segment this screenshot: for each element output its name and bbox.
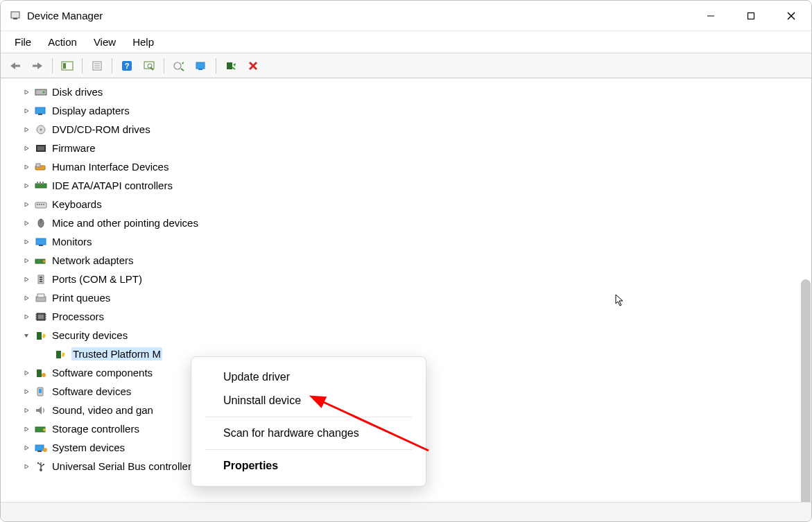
toolbar-separator bbox=[164, 58, 164, 73]
svg-rect-33 bbox=[36, 164, 40, 167]
tree-category-printer[interactable]: Print queues bbox=[21, 288, 811, 307]
svg-rect-71 bbox=[35, 445, 44, 451]
chevron-right-icon[interactable] bbox=[21, 443, 31, 453]
tree-category-keyboard[interactable]: Keyboards bbox=[21, 195, 811, 214]
system-icon bbox=[34, 442, 48, 454]
tree-category-mouse[interactable]: Mice and other pointing devices bbox=[21, 214, 811, 232]
tree-category-dvd[interactable]: DVD/CD-ROM drives bbox=[21, 120, 811, 139]
minimize-button[interactable] bbox=[691, 1, 731, 31]
tree-category-disk[interactable]: Disk drives bbox=[21, 82, 811, 101]
menu-file[interactable]: File bbox=[8, 33, 38, 51]
tree-label: Universal Serial Bus controllers bbox=[52, 460, 196, 472]
tree-category-display[interactable]: Display adapters bbox=[21, 101, 811, 120]
svg-point-18 bbox=[174, 62, 181, 69]
tree-label: DVD/CD-ROM drives bbox=[52, 123, 150, 135]
chevron-right-icon[interactable] bbox=[21, 312, 31, 322]
chevron-right-icon[interactable] bbox=[21, 293, 31, 303]
svg-text:?: ? bbox=[125, 62, 130, 70]
properties-button[interactable] bbox=[87, 56, 107, 76]
menubar: File Action View Help bbox=[1, 31, 811, 53]
disable-device-button[interactable] bbox=[221, 56, 241, 76]
show-hide-console-button[interactable] bbox=[57, 56, 78, 76]
context-menu-item-update-driver[interactable]: Update driver bbox=[191, 365, 426, 389]
context-menu-item-uninstall-device[interactable]: Uninstall device bbox=[191, 389, 426, 412]
chevron-right-icon[interactable] bbox=[21, 406, 31, 415]
printer-icon bbox=[34, 292, 48, 304]
svg-rect-39 bbox=[37, 204, 38, 205]
tree-label: Network adapters bbox=[52, 254, 134, 266]
chevron-right-icon[interactable] bbox=[21, 162, 31, 172]
maximize-button[interactable] bbox=[731, 1, 771, 31]
chevron-right-icon[interactable] bbox=[21, 181, 31, 191]
svg-rect-35 bbox=[37, 182, 38, 184]
svg-rect-1 bbox=[13, 18, 17, 19]
chevron-right-icon[interactable] bbox=[21, 87, 31, 97]
tree-label: Trusted Platform M bbox=[71, 347, 162, 360]
tree-category-port[interactable]: Ports (COM & LPT) bbox=[21, 270, 811, 288]
chevron-right-icon[interactable] bbox=[21, 462, 31, 471]
scrollbar-vertical[interactable] bbox=[801, 279, 811, 502]
tree-category-network[interactable]: Network adapters bbox=[21, 251, 811, 270]
svg-point-29 bbox=[40, 128, 42, 130]
svg-rect-63 bbox=[37, 332, 42, 340]
menu-help[interactable]: Help bbox=[126, 33, 161, 51]
tree-category-hid[interactable]: Human Interface Devices bbox=[21, 157, 811, 176]
svg-rect-9 bbox=[63, 63, 66, 69]
tree-category-security[interactable]: Security devices bbox=[21, 326, 811, 345]
chevron-right-icon[interactable] bbox=[21, 237, 31, 247]
menu-action[interactable]: Action bbox=[41, 33, 84, 51]
svg-point-66 bbox=[42, 373, 46, 377]
window-title: Device Manager bbox=[27, 10, 103, 21]
display-icon bbox=[34, 105, 48, 117]
toolbar-separator bbox=[52, 58, 53, 73]
svg-rect-72 bbox=[37, 451, 42, 452]
context-menu-separator bbox=[205, 449, 412, 450]
svg-rect-26 bbox=[35, 107, 45, 114]
chevron-right-icon[interactable] bbox=[21, 256, 31, 266]
uninstall-device-button[interactable] bbox=[243, 56, 264, 76]
toolbar-separator bbox=[216, 58, 216, 73]
menu-view[interactable]: View bbox=[87, 33, 123, 51]
network-icon bbox=[34, 254, 48, 267]
svg-rect-50 bbox=[40, 277, 42, 278]
svg-rect-65 bbox=[37, 369, 42, 377]
svg-rect-27 bbox=[38, 114, 42, 115]
mouse-icon bbox=[34, 217, 48, 229]
chevron-right-icon[interactable] bbox=[21, 387, 31, 397]
tree-category-firmware[interactable]: Firmware bbox=[21, 139, 811, 157]
context-menu-item-scan-for-hardware-changes[interactable]: Scan for hardware changes bbox=[191, 421, 426, 445]
chevron-right-icon[interactable] bbox=[21, 368, 31, 378]
chevron-right-icon[interactable] bbox=[21, 106, 31, 116]
tree-category-monitor[interactable]: Monitors bbox=[21, 232, 811, 251]
chevron-right-icon[interactable] bbox=[21, 424, 31, 434]
tree-label: Software components bbox=[52, 367, 153, 379]
chevron-down-icon[interactable] bbox=[21, 331, 31, 340]
help-button[interactable]: ? bbox=[116, 56, 137, 76]
firmware-icon bbox=[34, 142, 48, 155]
close-button[interactable] bbox=[771, 1, 811, 31]
nav-back-button[interactable] bbox=[5, 56, 26, 76]
sw-comp-icon bbox=[34, 367, 48, 379]
chevron-right-icon[interactable] bbox=[21, 200, 31, 209]
toolbar-separator bbox=[82, 58, 83, 73]
chevron-right-icon[interactable] bbox=[21, 125, 31, 134]
cpu-icon bbox=[34, 311, 48, 323]
chevron-right-icon[interactable] bbox=[21, 218, 31, 228]
svg-rect-7 bbox=[33, 64, 38, 67]
nav-forward-button[interactable] bbox=[27, 56, 48, 76]
context-menu-item-properties[interactable]: Properties bbox=[191, 454, 426, 478]
tree-label: Software devices bbox=[52, 385, 131, 397]
svg-rect-54 bbox=[37, 294, 44, 297]
chevron-right-icon[interactable] bbox=[21, 275, 31, 284]
tree-label: System devices bbox=[52, 442, 125, 453]
tree-category-cpu[interactable]: Processors bbox=[21, 307, 811, 326]
svg-rect-20 bbox=[198, 69, 202, 70]
update-driver-button[interactable] bbox=[169, 56, 189, 76]
scan-hardware-button[interactable] bbox=[139, 56, 159, 76]
security-icon bbox=[34, 329, 48, 342]
tree-category-ide[interactable]: IDE ATA/ATAPI controllers bbox=[21, 176, 811, 195]
svg-rect-51 bbox=[40, 279, 42, 280]
usb-icon bbox=[34, 460, 48, 473]
chevron-right-icon[interactable] bbox=[21, 143, 31, 153]
enable-device-button[interactable] bbox=[191, 56, 211, 76]
